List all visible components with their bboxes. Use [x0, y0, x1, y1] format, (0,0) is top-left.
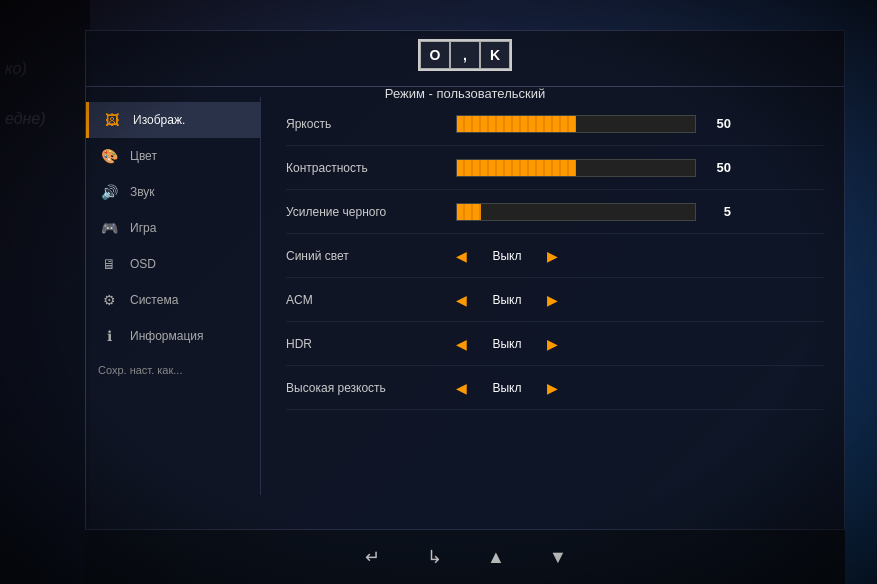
setting-row-black_boost: Усиление черного5	[286, 190, 824, 234]
setting-row-contrast: Контрастность50	[286, 146, 824, 190]
selector-value-hdr: Выкл	[482, 337, 532, 351]
sidebar-item-system[interactable]: ⚙Система	[86, 282, 260, 318]
setting-control-black_boost[interactable]: 5	[456, 203, 824, 221]
setting-row-brightness: Яркость50	[286, 102, 824, 146]
slider-fill-black_boost	[457, 204, 481, 220]
setting-row-blue_light: Синий свет◀Выкл▶	[286, 234, 824, 278]
setting-label-brightness: Яркость	[286, 117, 456, 131]
arrow-left-acm[interactable]: ◀	[456, 292, 467, 308]
nav-btn-down[interactable]: ▼	[542, 543, 574, 571]
nav-btn-up[interactable]: ▲	[480, 543, 512, 571]
slider-fill-contrast	[457, 160, 576, 176]
selector-value-blue_light: Выкл	[482, 249, 532, 263]
arrow-right-hdr[interactable]: ▶	[547, 336, 558, 352]
arrow-right-acm[interactable]: ▶	[547, 292, 558, 308]
setting-label-acm: ACM	[286, 293, 456, 307]
sidebar-label-system: Система	[130, 293, 178, 307]
content-area: 🖼Изображ.🎨Цвет🔊Звук🎮Игра🖥OSD⚙СистемаℹИнф…	[86, 97, 844, 495]
setting-control-acm: ◀Выкл▶	[456, 292, 824, 308]
arrow-left-sharpness[interactable]: ◀	[456, 380, 467, 396]
osd-icon: 🖥	[98, 253, 120, 275]
setting-label-contrast: Контрастность	[286, 161, 456, 175]
sidebar-label-info: Информация	[130, 329, 203, 343]
setting-row-sharpness: Высокая резкость◀Выкл▶	[286, 366, 824, 410]
slider-value-black_boost: 5	[706, 204, 731, 219]
sidebar-label-game: Игра	[130, 221, 156, 235]
setting-row-acm: ACM◀Выкл▶	[286, 278, 824, 322]
slider-bar-brightness[interactable]	[456, 115, 696, 133]
mode-title: Режим - пользовательский	[86, 86, 844, 101]
sidebar-item-osd[interactable]: 🖥OSD	[86, 246, 260, 282]
setting-control-brightness[interactable]: 50	[456, 115, 824, 133]
sidebar-item-sound[interactable]: 🔊Звук	[86, 174, 260, 210]
arrow-right-sharpness[interactable]: ▶	[547, 380, 558, 396]
nav-btn-enter[interactable]: ↳	[418, 543, 450, 571]
sidebar-label-color: Цвет	[130, 149, 157, 163]
ok-button[interactable]: O , K	[418, 39, 512, 71]
setting-label-hdr: HDR	[286, 337, 456, 351]
setting-control-contrast[interactable]: 50	[456, 159, 824, 177]
selector-hdr: ◀Выкл▶	[456, 336, 824, 352]
sidebar-label-sound: Звук	[130, 185, 155, 199]
ok-letter-o: O	[420, 41, 450, 69]
save-settings-button[interactable]: Сохр. наст. как...	[86, 358, 260, 382]
slider-bar-black_boost[interactable]	[456, 203, 696, 221]
slider-value-brightness: 50	[706, 116, 731, 131]
arrow-left-blue_light[interactable]: ◀	[456, 248, 467, 264]
setting-label-black_boost: Усиление черного	[286, 205, 456, 219]
game-icon: 🎮	[98, 217, 120, 239]
sidebar: 🖼Изображ.🎨Цвет🔊Звук🎮Игра🖥OSD⚙СистемаℹИнф…	[86, 97, 261, 495]
nav-btn-back[interactable]: ↵	[356, 543, 388, 571]
ok-letter-k: K	[480, 41, 510, 69]
sidebar-item-color[interactable]: 🎨Цвет	[86, 138, 260, 174]
settings-area: Яркость50Контрастность50Усиление черного…	[261, 97, 844, 495]
bottom-nav: ↵↳▲▼	[85, 529, 845, 584]
arrow-right-blue_light[interactable]: ▶	[547, 248, 558, 264]
top-bar: O , K	[86, 31, 844, 81]
sidebar-item-game[interactable]: 🎮Игра	[86, 210, 260, 246]
setting-label-blue_light: Синий свет	[286, 249, 456, 263]
setting-control-hdr: ◀Выкл▶	[456, 336, 824, 352]
sidebar-item-image[interactable]: 🖼Изображ.	[86, 102, 260, 138]
slider-container-contrast[interactable]: 50	[456, 159, 824, 177]
selector-acm: ◀Выкл▶	[456, 292, 824, 308]
slider-value-contrast: 50	[706, 160, 731, 175]
selector-sharpness: ◀Выкл▶	[456, 380, 824, 396]
system-icon: ⚙	[98, 289, 120, 311]
slider-bar-contrast[interactable]	[456, 159, 696, 177]
slider-container-black_boost[interactable]: 5	[456, 203, 824, 221]
left-overlay	[0, 0, 90, 584]
sidebar-item-info[interactable]: ℹИнформация	[86, 318, 260, 354]
slider-fill-brightness	[457, 116, 576, 132]
setting-control-blue_light: ◀Выкл▶	[456, 248, 824, 264]
selector-blue_light: ◀Выкл▶	[456, 248, 824, 264]
sidebar-label-osd: OSD	[130, 257, 156, 271]
image-icon: 🖼	[101, 109, 123, 131]
arrow-left-hdr[interactable]: ◀	[456, 336, 467, 352]
ok-letter-comma: ,	[450, 41, 480, 69]
info-icon: ℹ	[98, 325, 120, 347]
setting-label-sharpness: Высокая резкость	[286, 381, 456, 395]
selector-value-acm: Выкл	[482, 293, 532, 307]
slider-container-brightness[interactable]: 50	[456, 115, 824, 133]
screen: ко) едне) O , K Режим - пользовательский…	[0, 0, 877, 584]
setting-row-hdr: HDR◀Выкл▶	[286, 322, 824, 366]
color-icon: 🎨	[98, 145, 120, 167]
sidebar-label-image: Изображ.	[133, 113, 185, 127]
sound-icon: 🔊	[98, 181, 120, 203]
osd-panel: O , K Режим - пользовательский 🖼Изображ.…	[85, 30, 845, 540]
setting-control-sharpness: ◀Выкл▶	[456, 380, 824, 396]
selector-value-sharpness: Выкл	[482, 381, 532, 395]
